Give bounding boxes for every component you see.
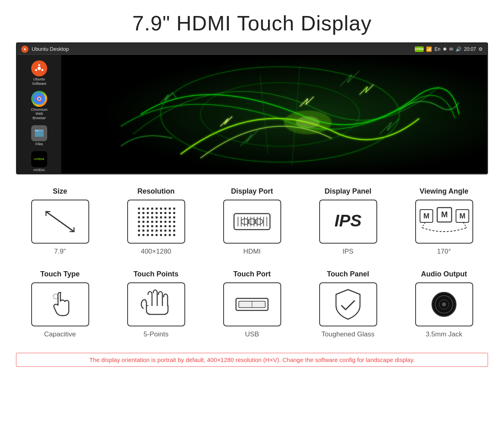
svg-rect-9: [35, 131, 44, 137]
svg-rect-59: [138, 225, 140, 227]
svg-rect-34: [147, 212, 149, 214]
nvidia1-app-icon: nVIDIA: [31, 151, 47, 167]
audio-jack-icon: [424, 286, 464, 322]
spec-item-size: Size 7.9": [16, 187, 104, 256]
ubuntu-icon-label: UbuntuSoftware: [32, 77, 46, 86]
svg-point-2: [38, 64, 40, 66]
svg-point-15: [296, 116, 320, 128]
spec-value-display-panel: IPS: [342, 248, 353, 256]
svg-rect-72: [156, 230, 158, 232]
spec-value-touch-port: USB: [245, 330, 259, 338]
svg-rect-25: [147, 208, 149, 210]
spec-value-display-port: HDMI: [243, 248, 260, 256]
desktop-icon-chrome[interactable]: ChromiumWebBrowser: [21, 89, 57, 122]
svg-rect-33: [142, 212, 144, 214]
taskbar-bluetooth-icon: ✱: [443, 46, 447, 52]
svg-rect-36: [156, 212, 158, 214]
viewing-angle-icon: M M M: [418, 206, 470, 238]
spec-icon-box-touch-panel: [319, 282, 377, 326]
svg-rect-78: [142, 234, 144, 236]
page-title: 7.9" HDMI Touch Display: [0, 0, 504, 42]
svg-line-108: [463, 222, 467, 228]
svg-rect-49: [173, 216, 175, 218]
spec-icon-box-touch-type: [31, 282, 89, 326]
svg-rect-62: [151, 225, 153, 227]
svg-rect-46: [160, 216, 162, 218]
display-screenshot: ● Ubuntu Desktop nVIDIA 📶 En ✱ ✉ 🔊 20:07…: [16, 42, 488, 174]
spec-icon-box-touch-port: [223, 282, 281, 326]
grid-icon: // Will generate dots via JS below: [134, 204, 178, 240]
svg-rect-60: [142, 225, 144, 227]
svg-rect-64: [160, 225, 162, 227]
desktop-icon-files[interactable]: Files: [21, 124, 57, 148]
diagonal-icon: [40, 206, 80, 238]
svg-rect-10: [35, 130, 39, 132]
spec-item-viewing-angle: Viewing Angle M M M 170°: [400, 187, 488, 256]
usb-icon: [230, 288, 274, 320]
taskbar-time: 20:07: [464, 46, 476, 52]
spec-item-touch-type: Touch Type Capacitive: [16, 270, 104, 338]
taskbar: ● Ubuntu Desktop nVIDIA 📶 En ✱ ✉ 🔊 20:07…: [17, 44, 487, 55]
spec-label-touch-type: Touch Type: [40, 270, 80, 278]
svg-rect-53: [151, 221, 153, 223]
spec-row-1: Size 7.9" Resolution: [16, 187, 488, 256]
svg-rect-30: [169, 208, 171, 210]
svg-rect-29: [164, 208, 166, 210]
svg-rect-76: [173, 230, 175, 232]
svg-rect-63: [156, 225, 158, 227]
svg-rect-83: [164, 234, 166, 236]
spec-value-viewing-angle: 170°: [437, 248, 451, 256]
svg-rect-65: [164, 225, 166, 227]
taskbar-lang: En: [434, 46, 440, 52]
svg-text:M: M: [424, 212, 430, 220]
svg-point-3: [41, 69, 43, 71]
ubuntu-logo-icon: ●: [21, 46, 28, 53]
chrome-icon-label: ChromiumWebBrowser: [31, 108, 48, 120]
taskbar-left: ● Ubuntu Desktop: [21, 46, 69, 53]
desktop-area: UbuntuSoftware ChromiumWebBrowser Files …: [17, 55, 487, 173]
svg-rect-86: [234, 214, 270, 230]
svg-rect-27: [156, 208, 158, 210]
svg-rect-66: [169, 225, 171, 227]
svg-text:IPS: IPS: [334, 211, 362, 230]
spec-item-audio-output: Audio Output 3.5mm Jack: [400, 270, 488, 338]
spec-label-viewing-angle: Viewing Angle: [420, 187, 468, 196]
nvidia-taskbar-icon: nVIDIA: [415, 46, 424, 52]
spec-icon-box-viewing-angle: M M M: [415, 200, 473, 244]
spec-icon-box-display-panel: IPS: [319, 200, 377, 244]
svg-rect-39: [169, 212, 171, 214]
spec-item-resolution: Resolution // Will generate dots via JS …: [112, 187, 200, 256]
spec-icon-box-touch-points: [127, 282, 185, 326]
finger-icon: [42, 288, 78, 320]
svg-rect-37: [160, 212, 162, 214]
spec-value-resolution: 400×1280: [141, 248, 171, 256]
spec-value-audio-output: 3.5mm Jack: [426, 330, 462, 338]
svg-rect-77: [138, 234, 140, 236]
spec-label-touch-port: Touch Port: [233, 270, 271, 278]
svg-rect-79: [147, 234, 149, 236]
svg-rect-41: [138, 216, 140, 218]
spec-label-touch-panel: Touch Panel: [327, 270, 369, 278]
svg-text:M: M: [460, 212, 466, 220]
spec-label-resolution: Resolution: [138, 187, 175, 196]
svg-line-107: [422, 222, 425, 228]
spec-item-touch-panel: Touch Panel Toughened Glass: [304, 270, 392, 338]
svg-rect-40: [173, 212, 175, 214]
spec-label-touch-points: Touch Points: [134, 270, 179, 278]
spec-item-display-panel: Display Panel IPS IPS: [304, 187, 392, 256]
svg-rect-38: [164, 212, 166, 214]
spec-label-display-panel: Display Panel: [324, 187, 371, 196]
svg-point-7: [38, 97, 41, 100]
desktop-wallpaper: [61, 55, 487, 173]
svg-point-109: [53, 294, 58, 299]
spec-item-touch-port: Touch Port USB: [208, 270, 296, 338]
spec-icon-box-resolution: // Will generate dots via JS below: [127, 200, 185, 244]
specs-section: Size 7.9" Resolution: [16, 187, 488, 338]
hdmi-icon: [230, 206, 274, 238]
svg-rect-24: [142, 208, 144, 210]
desktop-icon-nvidia1[interactable]: nVIDIA nVIDIAJetsonDeveloperZone: [21, 150, 57, 174]
spec-value-touch-type: Capacitive: [44, 330, 76, 338]
svg-rect-54: [156, 221, 158, 223]
taskbar-settings-icon: ⚙: [478, 46, 483, 52]
desktop-icon-ubuntu[interactable]: UbuntuSoftware: [21, 59, 57, 88]
